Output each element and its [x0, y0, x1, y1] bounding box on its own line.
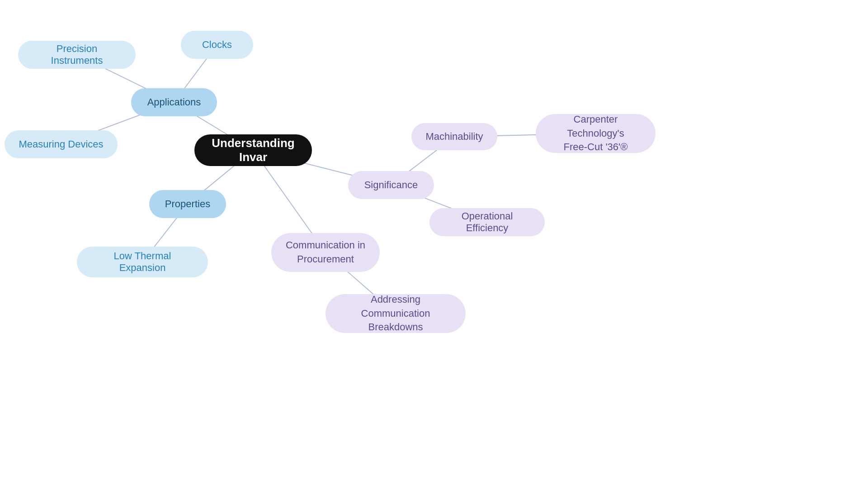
node-operational-efficiency: Operational Efficiency [429, 208, 545, 236]
node-comm-proc-label: Communication in Procurement [286, 238, 365, 266]
node-carpenter-technology: Carpenter Technology's Free-Cut '36'® [536, 114, 656, 153]
node-applications-label: Applications [147, 96, 201, 108]
node-addressing-label: Addressing Communication Breakdowns [338, 293, 453, 334]
node-carpenter-label: Carpenter Technology's Free-Cut '36'® [548, 113, 643, 154]
node-properties: Properties [149, 190, 226, 218]
node-properties-label: Properties [165, 198, 210, 210]
node-operational-label: Operational Efficiency [442, 210, 532, 234]
node-machinability-label: Machinability [425, 131, 483, 143]
node-machinability: Machinability [411, 123, 497, 150]
node-low-thermal-expansion: Low Thermal Expansion [77, 247, 208, 277]
node-addressing-breakdowns: Addressing Communication Breakdowns [326, 294, 466, 333]
node-precision-instruments: Precision Instruments [18, 41, 136, 69]
node-significance-label: Significance [364, 179, 418, 191]
node-applications: Applications [131, 88, 217, 116]
node-communication-procurement: Communication in Procurement [271, 233, 380, 272]
node-precision-label: Precision Instruments [31, 43, 123, 67]
node-measuring-devices: Measuring Devices [5, 130, 118, 158]
node-measuring-label: Measuring Devices [19, 138, 103, 150]
node-low-thermal-label: Low Thermal Expansion [90, 250, 195, 274]
node-clocks: Clocks [181, 31, 253, 59]
node-significance: Significance [348, 171, 434, 199]
node-clocks-label: Clocks [202, 39, 232, 51]
center-node: Understanding Invar [194, 134, 312, 166]
